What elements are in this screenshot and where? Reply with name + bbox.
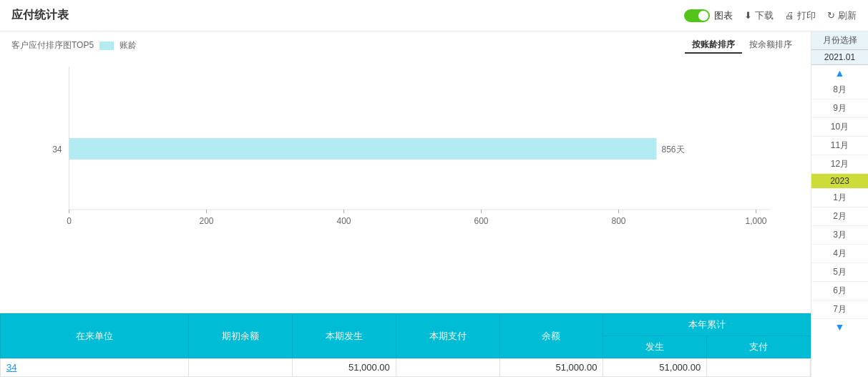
col-ytd-occurrence: 发生 (603, 336, 707, 358)
bar-chart: 0 200 400 600 800 1,000 34 856天 (11, 59, 799, 245)
svg-text:1,000: 1,000 (745, 216, 766, 226)
download-icon: ⬇ (744, 10, 752, 21)
legend-box (99, 41, 114, 50)
stats-table: 在来单位 期初余额 本期发生 本期支付 余额 本年累计 发生 支付 (0, 313, 811, 377)
sidebar-month-2[interactable]: 2月 (811, 207, 868, 226)
main-area: 客户应付排序图TOP5 账龄 按账龄排序 按余额排序 (0, 31, 868, 377)
sidebar-month-1[interactable]: 1月 (811, 189, 868, 207)
print-label: 打印 (797, 9, 816, 22)
page-wrapper: 应付统计表 图表 ⬇ 下载 🖨 打印 ↻ 刷新 (0, 0, 868, 377)
legend-text: 客户应付排序图TOP5 (11, 39, 94, 52)
sidebar-up-btn[interactable]: ▲ (811, 65, 868, 81)
svg-text:0: 0 (67, 216, 72, 226)
cell-opening (189, 358, 293, 377)
sort-by-balance-btn[interactable]: 按账龄排序 (685, 37, 742, 54)
sidebar-header: 月份选择 (811, 31, 868, 50)
table-area: 在来单位 期初余额 本期发生 本期支付 余额 本年累计 发生 支付 (0, 313, 811, 377)
col-ytd: 本年累计 (603, 314, 811, 336)
table-header-row-1: 在来单位 期初余额 本期发生 本期支付 余额 本年累计 (1, 314, 811, 336)
sidebar-month-3[interactable]: 3月 (811, 226, 868, 245)
svg-text:34: 34 (52, 145, 62, 155)
header-actions: 图表 ⬇ 下载 🖨 打印 ↻ 刷新 (684, 9, 857, 22)
print-button[interactable]: 🖨 打印 (785, 9, 816, 22)
col-ytd-payment: 支付 (707, 336, 811, 358)
cell-current-occurrence: 51,000.00 (293, 358, 396, 377)
cell-ytd-payment (707, 358, 811, 377)
sidebar-month-4[interactable]: 4月 (811, 245, 868, 263)
chart-container: 客户应付排序图TOP5 账龄 按账龄排序 按余额排序 (0, 31, 811, 377)
chart-toggle-wrap: 图表 (684, 9, 733, 22)
refresh-button[interactable]: ↻ 刷新 (827, 9, 857, 22)
svg-text:400: 400 (336, 216, 351, 226)
chart-header: 客户应付排序图TOP5 账龄 按账龄排序 按余额排序 (0, 31, 811, 59)
refresh-label: 刷新 (838, 9, 857, 22)
sidebar-year-label: 2023 (811, 174, 868, 189)
cell-balance: 51,000.00 (499, 358, 603, 377)
chart-toggle[interactable] (684, 9, 710, 22)
cell-current-payment (396, 358, 499, 377)
col-current-occurrence: 本期发生 (293, 314, 396, 358)
sidebar-down-btn[interactable]: ▼ (811, 319, 868, 335)
table-wrapper: 在来单位 期初余额 本期发生 本期支付 余额 本年累计 发生 支付 (0, 313, 811, 377)
svg-text:800: 800 (611, 216, 625, 226)
cell-ytd-occurrence: 51,000.00 (603, 358, 707, 377)
table-row: 34 51,000.00 51,000.00 51,000.00 (1, 358, 811, 377)
col-current-payment: 本期支付 (396, 314, 499, 358)
sidebar: 月份选择 2021.01 ▲ 8月 9月 10月 11月 12月 2023 1月… (811, 31, 868, 377)
page-title: 应付统计表 (11, 8, 69, 23)
sidebar-month-6[interactable]: 6月 (811, 282, 868, 300)
sidebar-month-11[interactable]: 11月 (811, 137, 868, 155)
sidebar-month-12[interactable]: 12月 (811, 155, 868, 174)
header: 应付统计表 图表 ⬇ 下载 🖨 打印 ↻ 刷新 (0, 0, 868, 31)
chart-toggle-label: 图表 (714, 9, 733, 22)
sort-by-amount-btn[interactable]: 按余额排序 (742, 37, 799, 54)
bar-rect (69, 138, 657, 160)
sidebar-month-8[interactable]: 8月 (811, 81, 868, 99)
sidebar-month-5[interactable]: 5月 (811, 263, 868, 282)
sidebar-year-input[interactable]: 2021.01 (811, 50, 868, 65)
svg-text:600: 600 (474, 216, 488, 226)
cell-unit[interactable]: 34 (1, 358, 189, 377)
download-label: 下载 (755, 9, 774, 22)
sidebar-month-10[interactable]: 10月 (811, 118, 868, 137)
col-unit: 在来单位 (1, 314, 189, 358)
svg-text:200: 200 (199, 216, 213, 226)
print-icon: 🖨 (785, 10, 794, 21)
svg-text:856天: 856天 (662, 145, 685, 155)
col-opening: 期初余额 (189, 314, 293, 358)
col-balance: 余额 (499, 314, 603, 358)
chart-legend: 客户应付排序图TOP5 账龄 (11, 39, 137, 52)
legend-box-label: 账龄 (120, 39, 137, 52)
refresh-icon: ↻ (827, 10, 835, 21)
chart-area: 0 200 400 600 800 1,000 34 856天 (0, 59, 811, 313)
sidebar-month-9[interactable]: 9月 (811, 99, 868, 118)
download-button[interactable]: ⬇ 下载 (744, 9, 774, 22)
sort-buttons: 按账龄排序 按余额排序 (685, 37, 799, 54)
sidebar-month-7[interactable]: 7月 (811, 300, 868, 319)
